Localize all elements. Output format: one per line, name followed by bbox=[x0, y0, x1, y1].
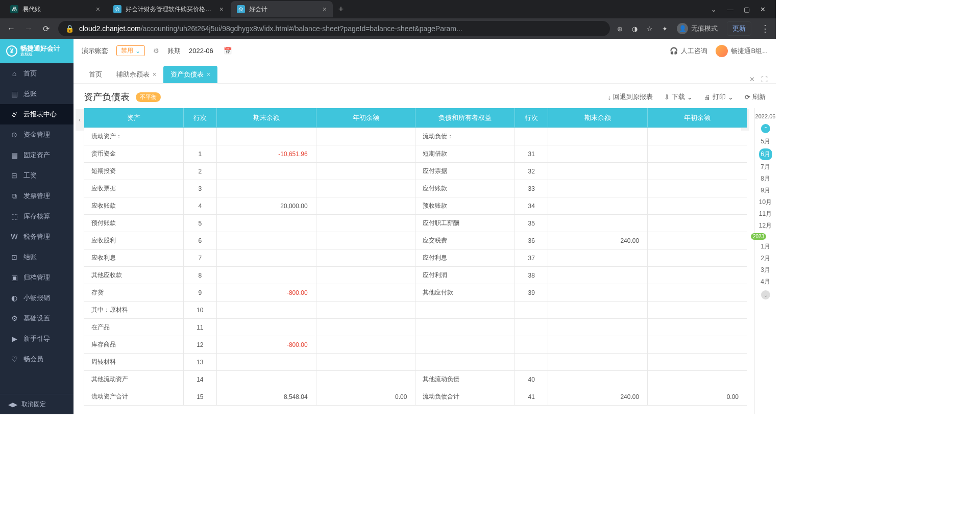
table-row[interactable]: 应收账款 4 20,000.00 预收账款 34 bbox=[84, 197, 747, 215]
sidebar-item-10[interactable]: ▣归档管理 bbox=[0, 267, 74, 288]
user-menu[interactable]: 畅捷通B组... bbox=[716, 45, 768, 57]
month-down-button[interactable]: ⌄ bbox=[761, 290, 770, 299]
month-option[interactable]: 4月 bbox=[761, 276, 770, 288]
table-row[interactable]: 流动资产： 流动负债： bbox=[84, 128, 747, 145]
month-option[interactable]: 1月 bbox=[761, 241, 770, 253]
month-up-button[interactable]: ⌃ bbox=[761, 124, 770, 133]
month-option[interactable]: 9月 bbox=[759, 185, 772, 196]
calendar-icon[interactable]: 📅 bbox=[224, 47, 232, 55]
sidebar-item-11[interactable]: ◐小畅报销 bbox=[0, 288, 74, 308]
liab-begin-balance: 0.00 bbox=[648, 388, 747, 406]
sidebar-item-2[interactable]: ⫻云报表中心 bbox=[0, 104, 74, 124]
asset-row-num: 1 bbox=[183, 145, 216, 163]
browser-tab-active[interactable]: 会 好会计 × bbox=[231, 1, 333, 17]
table-row[interactable]: 在产品 11 bbox=[84, 319, 747, 336]
month-option[interactable]: 8月 bbox=[759, 173, 772, 185]
month-option[interactable]: 5月 bbox=[759, 136, 772, 147]
month-option[interactable]: 10月 bbox=[759, 196, 772, 208]
sidebar-item-14[interactable]: ♡畅会员 bbox=[0, 349, 74, 369]
liab-row-num: 39 bbox=[515, 284, 548, 302]
table-row[interactable]: 预付账款 5 应付职工薪酬 35 bbox=[84, 215, 747, 232]
month-option[interactable]: 7月 bbox=[759, 161, 772, 173]
month-option[interactable]: 2月 bbox=[761, 253, 770, 264]
table-row[interactable]: 其他应收款 8 应付利润 38 bbox=[84, 267, 747, 284]
refresh-button[interactable]: ⟳刷新 bbox=[745, 92, 766, 102]
table-row[interactable]: 其中：原材料 10 bbox=[84, 302, 747, 319]
gear-icon[interactable]: ⚙ bbox=[153, 47, 159, 55]
sidebar-item-4[interactable]: ▦固定资产 bbox=[0, 145, 74, 165]
sidebar-item-13[interactable]: ▶新手引导 bbox=[0, 329, 74, 349]
sidebar-unpin[interactable]: ◀▶ 取消固定 bbox=[0, 394, 74, 414]
rollback-button[interactable]: ↓回退到原报表 bbox=[608, 92, 653, 102]
close-icon[interactable]: ✕ bbox=[760, 6, 766, 13]
tab-close-icon[interactable]: × bbox=[219, 5, 224, 13]
table-row[interactable]: 存货 9 -800.00 其他应付款 39 bbox=[84, 284, 747, 302]
table-row[interactable]: 周转材料 13 bbox=[84, 354, 747, 371]
new-tab-button[interactable]: + bbox=[334, 2, 348, 16]
chevron-down-icon[interactable]: ⌄ bbox=[711, 6, 717, 13]
kebab-menu-icon[interactable]: ⋮ bbox=[761, 23, 770, 34]
sidebar-item-0[interactable]: ⌂首页 bbox=[0, 63, 74, 84]
sidebar-item-5[interactable]: ⊟工资 bbox=[0, 165, 74, 186]
update-button[interactable]: 更新 bbox=[727, 21, 751, 36]
liab-label: 短期借款 bbox=[415, 145, 515, 163]
page-tab-balance-sheet[interactable]: 资产负债表× bbox=[163, 66, 217, 83]
close-all-icon[interactable]: ✕ bbox=[749, 76, 755, 83]
table-row[interactable]: 应收股利 6 应交税费 36 240.00 bbox=[84, 232, 747, 249]
puzzle-icon[interactable]: ✦ bbox=[662, 25, 668, 33]
sidebar-item-7[interactable]: ⬚库存核算 bbox=[0, 206, 74, 227]
liab-label: 流动负债合计 bbox=[415, 388, 515, 406]
zoom-icon[interactable]: ⊕ bbox=[617, 25, 623, 33]
forward-icon[interactable]: → bbox=[23, 24, 34, 33]
browser-tab[interactable]: 会 好会计财务管理软件购买价格及... × bbox=[107, 1, 230, 17]
sidebar-item-9[interactable]: ⊡结账 bbox=[0, 247, 74, 267]
extension-icon[interactable]: ◑ bbox=[632, 25, 638, 33]
table-row[interactable]: 其他流动资产 14 其他流动负债 40 bbox=[84, 371, 747, 388]
tab-close-icon[interactable]: × bbox=[96, 5, 100, 13]
maximize-icon[interactable]: ▢ bbox=[744, 6, 750, 13]
table-row[interactable]: 应收利息 7 应付利息 37 bbox=[84, 249, 747, 267]
minimize-icon[interactable]: ― bbox=[727, 6, 733, 13]
table-row[interactable]: 货币资金 1 -10,651.96 短期借款 31 bbox=[84, 145, 747, 163]
asset-row-num: 12 bbox=[183, 336, 216, 354]
star-icon[interactable]: ☆ bbox=[647, 25, 653, 33]
download-icon: ⇩ bbox=[664, 93, 670, 101]
period-value[interactable]: 2022-06 bbox=[189, 47, 213, 55]
table-row[interactable]: 流动资产合计 15 8,548.04 0.00 流动负债合计 41 240.00… bbox=[84, 388, 747, 406]
liab-label bbox=[415, 319, 515, 336]
page-tab-aux-balance[interactable]: 辅助余额表× bbox=[109, 66, 163, 83]
sidebar-item-6[interactable]: ⧉发票管理 bbox=[0, 186, 74, 206]
sidebar-item-8[interactable]: ₩税务管理 bbox=[0, 227, 74, 247]
asset-label: 流动资产： bbox=[84, 128, 184, 145]
month-option[interactable]: 12月 bbox=[759, 220, 772, 232]
table-row[interactable]: 应收票据 3 应付账款 33 bbox=[84, 180, 747, 197]
asset-begin-balance bbox=[316, 284, 415, 302]
month-option[interactable]: 3月 bbox=[761, 264, 770, 276]
close-icon[interactable]: × bbox=[207, 71, 210, 78]
page-tab-home[interactable]: 首页 bbox=[82, 66, 109, 83]
user-name: 畅捷通B组... bbox=[731, 46, 768, 56]
sidebar-item-1[interactable]: ▤总账 bbox=[0, 84, 74, 104]
sidebar-logo[interactable]: ¥ 畅捷通好会计 旗舰版 bbox=[0, 39, 74, 63]
download-button[interactable]: ⇩下载⌄ bbox=[664, 92, 693, 102]
browser-tab[interactable]: 易 易代账 × bbox=[4, 1, 106, 17]
favicon-icon: 易 bbox=[10, 5, 18, 13]
support-button[interactable]: 🎧 人工咨询 bbox=[670, 46, 707, 56]
url-input[interactable]: 🔒 cloud2.chanjet.com/accounting/uh26t264… bbox=[58, 21, 610, 36]
month-option[interactable]: 6月 bbox=[759, 148, 772, 160]
month-option[interactable]: 11月 bbox=[759, 208, 772, 220]
close-icon[interactable]: × bbox=[153, 71, 156, 78]
account-name[interactable]: 演示账套 bbox=[82, 46, 108, 56]
reload-icon[interactable]: ⟳ bbox=[41, 24, 51, 34]
fullscreen-icon[interactable]: ⛶ bbox=[761, 76, 768, 83]
print-button[interactable]: 🖨打印⌄ bbox=[704, 92, 733, 102]
avatar bbox=[716, 45, 728, 57]
table-row[interactable]: 库存商品 12 -800.00 bbox=[84, 336, 747, 354]
disable-button[interactable]: 禁用 ⌄ bbox=[116, 45, 145, 56]
sidebar-item-12[interactable]: ⚙基础设置 bbox=[0, 308, 74, 329]
incognito-label: 无痕模式 bbox=[691, 24, 718, 33]
tab-close-icon[interactable]: × bbox=[323, 5, 327, 13]
table-row[interactable]: 短期投资 2 应付票据 32 bbox=[84, 163, 747, 180]
sidebar-item-3[interactable]: ⊙资金管理 bbox=[0, 124, 74, 145]
back-icon[interactable]: ← bbox=[6, 24, 16, 33]
